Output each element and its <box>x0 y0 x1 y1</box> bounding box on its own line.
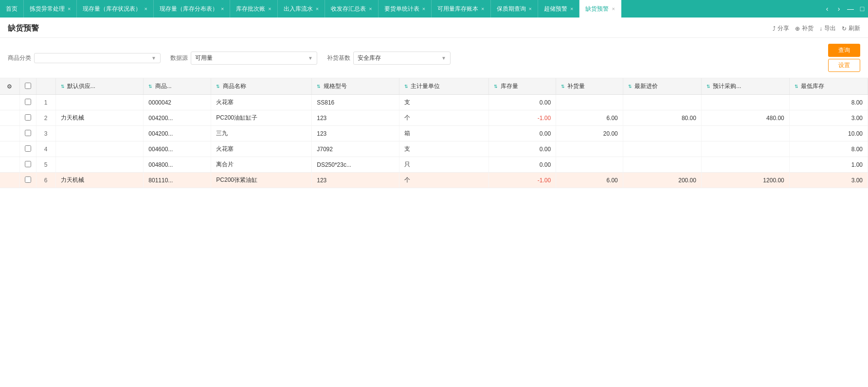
col-restock-qty[interactable]: ⇅ 补货量 <box>556 78 623 95</box>
category-filter-group: 商品分类 ▼ <box>8 53 161 63</box>
row-checkbox-cell[interactable] <box>19 126 36 141</box>
col-stock-label: 库存量 <box>501 83 518 89</box>
tab-next-button[interactable]: › <box>833 0 845 18</box>
tab-shortage-warn[interactable]: 缺货预警× <box>579 0 621 18</box>
tab-inout-flow[interactable]: 出入库流水× <box>278 0 325 18</box>
col-est-purchase[interactable]: ⇅ 预计采购... <box>701 78 789 95</box>
row-checkbox-cell[interactable] <box>19 110 36 126</box>
row-est-purchase <box>701 141 789 157</box>
tab-close-icon[interactable]: × <box>268 6 271 12</box>
tab-label: 出入库流水 <box>284 5 313 13</box>
col-product-code[interactable]: ⇅ 商品... <box>144 78 211 95</box>
row-gear-cell <box>0 173 19 188</box>
col-checkbox[interactable] <box>19 78 36 95</box>
col-stock[interactable]: ⇅ 库存量 <box>489 78 556 95</box>
row-gear-cell <box>0 95 19 110</box>
tab-label: 拣货异常处理 <box>30 5 65 13</box>
row-unit: 箱 <box>399 126 489 141</box>
row-product-code: 801110... <box>144 173 211 188</box>
col-gear[interactable]: ⚙ <box>0 78 19 95</box>
row-product-code: 004600... <box>144 141 211 157</box>
tab-inventory-batch[interactable]: 库存批次账× <box>230 0 277 18</box>
share-label: 分享 <box>778 24 789 33</box>
row-checkbox[interactable] <box>25 176 31 183</box>
restock-button[interactable]: ⊕ 补货 <box>795 24 814 33</box>
select-all-checkbox[interactable] <box>25 83 31 89</box>
sort-icon-4: ⇅ <box>317 84 321 89</box>
col-default-supplier[interactable]: ⇅ 默认供应... <box>55 78 144 95</box>
data-table: ⚙ ⇅ 默认供应... ⇅ 商品... ⇅ <box>0 78 868 188</box>
tab-close-icon[interactable]: × <box>221 6 224 12</box>
datasource-filter-group: 数据源 可用量 ▼ <box>170 52 317 65</box>
row-est-purchase: 1200.00 <box>701 173 789 188</box>
category-dropdown-icon: ▼ <box>151 55 156 61</box>
tab-prev-button[interactable]: ‹ <box>821 0 833 18</box>
row-checkbox-cell[interactable] <box>19 157 36 173</box>
settings-button[interactable]: 设置 <box>828 59 860 72</box>
tab-inventory-dist[interactable]: 现存量（库存分布表）× <box>154 0 230 18</box>
row-product-name: 离合片 <box>211 157 312 173</box>
row-gear-cell <box>0 141 19 157</box>
tab-close-icon[interactable]: × <box>144 6 147 12</box>
row-number: 1 <box>36 95 55 110</box>
row-checkbox[interactable] <box>25 130 31 136</box>
tab-demand-stat[interactable]: 要货单统计表× <box>379 0 432 18</box>
export-button[interactable]: ↓ 导出 <box>819 24 836 33</box>
tab-close-icon[interactable]: × <box>481 6 484 12</box>
share-button[interactable]: ⤴ 分享 <box>773 24 789 33</box>
tab-overstock-warn[interactable]: 超储预警× <box>538 0 579 18</box>
tab-label: 库存批次账 <box>236 5 265 13</box>
col-latest-price-label: 最新进价 <box>634 83 658 89</box>
row-unit: 支 <box>399 141 489 157</box>
refresh-button[interactable]: ↻ 刷新 <box>842 24 860 33</box>
datasource-select-value: 可用量 <box>195 54 213 62</box>
row-checkbox-cell[interactable] <box>19 95 36 110</box>
row-checkbox-cell[interactable] <box>19 173 36 188</box>
tab-inventory-status[interactable]: 现存量（库存状况表）× <box>77 0 153 18</box>
datasource-select[interactable]: 可用量 ▼ <box>191 52 317 65</box>
row-min-stock: 1.00 <box>789 157 868 173</box>
col-latest-price[interactable]: ⇅ 最新进价 <box>623 78 701 95</box>
tab-available-ledger[interactable]: 可用量库存账本× <box>432 0 490 18</box>
minimize-button[interactable]: — <box>845 0 856 18</box>
col-unit[interactable]: ⇅ 主计量单位 <box>399 78 489 95</box>
tab-close-icon[interactable]: × <box>369 6 372 12</box>
row-restock-qty <box>556 157 623 173</box>
table-container: ⚙ ⇅ 默认供应... ⇅ 商品... ⇅ <box>0 78 868 188</box>
row-est-purchase <box>701 95 789 110</box>
row-checkbox[interactable] <box>25 114 31 121</box>
maximize-button[interactable]: □ <box>856 0 868 18</box>
tab-close-icon[interactable]: × <box>422 6 425 12</box>
tab-home[interactable]: 首页 <box>0 0 24 18</box>
row-checkbox[interactable] <box>25 145 31 152</box>
tab-close-icon[interactable]: × <box>316 6 319 12</box>
tab-nav-buttons: ‹ › — □ <box>821 0 868 18</box>
tab-defect-anomaly[interactable]: 拣货异常处理× <box>24 0 77 18</box>
col-product-name[interactable]: ⇅ 商品名称 <box>211 78 312 95</box>
tab-expiry-query[interactable]: 保质期查询× <box>491 0 538 18</box>
row-checkbox[interactable] <box>25 99 31 105</box>
tab-receive-summary[interactable]: 收发存汇总表× <box>325 0 378 18</box>
table-row: 4 004600... 火花塞 J7092 支 0.00 8.00 <box>0 141 868 157</box>
row-restock-qty <box>556 95 623 110</box>
query-button[interactable]: 查询 <box>828 44 860 57</box>
tab-close-icon[interactable]: × <box>68 6 71 12</box>
restock-base-select[interactable]: 安全库存 ▼ <box>353 52 451 65</box>
row-default-supplier: 力天机械 <box>55 173 144 188</box>
sort-icon-7: ⇅ <box>561 84 565 89</box>
col-spec[interactable]: ⇅ 规格型号 <box>312 78 399 95</box>
category-select[interactable]: ▼ <box>34 53 161 63</box>
row-unit: 个 <box>399 173 489 188</box>
restock-label: 补货 <box>802 24 814 33</box>
row-checkbox-cell[interactable] <box>19 141 36 157</box>
col-min-stock[interactable]: ⇅ 最低库存 <box>789 78 868 95</box>
tab-close-icon[interactable]: × <box>612 6 615 12</box>
tab-close-icon[interactable]: × <box>570 6 573 12</box>
tab-close-icon[interactable]: × <box>529 6 532 12</box>
tab-label: 收发存汇总表 <box>331 5 366 13</box>
row-checkbox[interactable] <box>25 161 31 167</box>
row-spec: 123 <box>312 110 399 126</box>
row-spec: 123 <box>312 173 399 188</box>
row-number: 2 <box>36 110 55 126</box>
row-latest-price <box>623 126 701 141</box>
